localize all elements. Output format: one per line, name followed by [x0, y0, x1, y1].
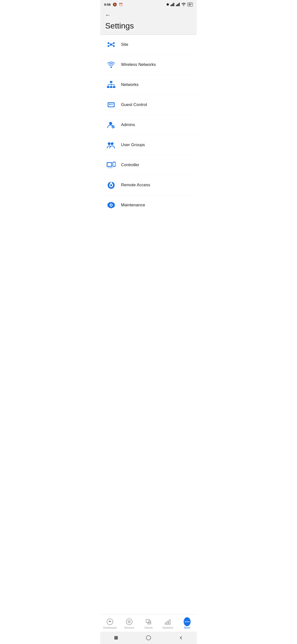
settings-item-admins[interactable]: Admins [100, 115, 197, 135]
alarm-icon: ⏰ [119, 3, 123, 6]
settings-item-controller[interactable]: Controller [100, 155, 197, 175]
settings-item-user-groups[interactable]: User Groups [100, 135, 197, 155]
svg-rect-29 [109, 104, 111, 105]
status-bar: 9:58 🔕 ⏰ ✱ 87 [100, 0, 197, 9]
svg-rect-7 [179, 3, 180, 6]
svg-rect-37 [107, 163, 111, 166]
settings-item-guest[interactable]: Guest Control [100, 95, 197, 115]
networks-icon [106, 80, 116, 90]
guest-label: Guest Control [121, 102, 147, 107]
status-left: 9:58 🔕 ⏰ [104, 2, 123, 6]
wifi-status-icon [181, 3, 186, 6]
settings-item-maintenance[interactable]: Maintenance [100, 195, 197, 209]
svg-point-44 [111, 182, 112, 184]
svg-rect-40 [107, 167, 113, 168]
battery-display: 87 [187, 2, 193, 6]
guest-icon [106, 100, 116, 110]
wireless-label: Wireless Networks [121, 62, 156, 67]
svg-rect-21 [113, 86, 115, 88]
svg-rect-2 [173, 4, 173, 6]
svg-rect-20 [110, 86, 112, 88]
site-icon [106, 40, 116, 50]
svg-rect-3 [174, 3, 174, 6]
signal-icon-2 [176, 3, 180, 6]
settings-item-site[interactable]: Site [100, 35, 197, 55]
svg-rect-4 [176, 5, 177, 6]
user-groups-label: User Groups [121, 142, 145, 148]
controller-label: Controller [121, 162, 139, 168]
muted-icon: 🔕 [113, 2, 117, 6]
svg-point-32 [109, 122, 112, 125]
maintenance-icon [106, 200, 116, 209]
bluetooth-icon: ✱ [166, 3, 169, 6]
status-right: ✱ 87 [166, 2, 193, 6]
svg-rect-1 [172, 4, 172, 6]
remote-label: Remote Access [121, 182, 150, 188]
back-arrow-icon: ← [105, 12, 111, 18]
time-display: 9:58 [104, 3, 111, 6]
svg-rect-19 [107, 86, 109, 88]
svg-rect-31 [111, 104, 113, 105]
settings-list: Site Wireless Networks [100, 35, 197, 209]
svg-point-35 [108, 142, 111, 145]
svg-point-34 [111, 142, 114, 145]
admins-icon [106, 120, 116, 130]
svg-point-43 [110, 184, 112, 186]
maintenance-label: Maintenance [121, 202, 145, 208]
svg-rect-18 [110, 81, 112, 83]
networks-label: Networks [121, 82, 139, 87]
svg-rect-39 [113, 162, 115, 166]
settings-item-networks[interactable]: Networks [100, 75, 197, 95]
svg-rect-0 [171, 5, 171, 6]
admins-label: Admins [121, 122, 135, 127]
site-label: Site [121, 42, 128, 47]
settings-item-wireless[interactable]: Wireless Networks [100, 55, 197, 75]
header-area: ← Settings [100, 9, 197, 34]
svg-rect-30 [111, 104, 113, 104]
page-title: Settings [105, 19, 192, 34]
svg-point-46 [110, 204, 112, 206]
controller-icon [106, 160, 116, 170]
remote-icon [106, 180, 116, 190]
back-button[interactable]: ← [105, 11, 111, 19]
user-groups-icon [106, 140, 116, 150]
settings-item-remote[interactable]: Remote Access [100, 175, 197, 195]
wireless-icon [106, 60, 116, 70]
svg-rect-6 [178, 4, 179, 6]
svg-point-17 [110, 66, 112, 68]
svg-rect-5 [177, 4, 178, 6]
signal-icon-1 [171, 3, 175, 6]
